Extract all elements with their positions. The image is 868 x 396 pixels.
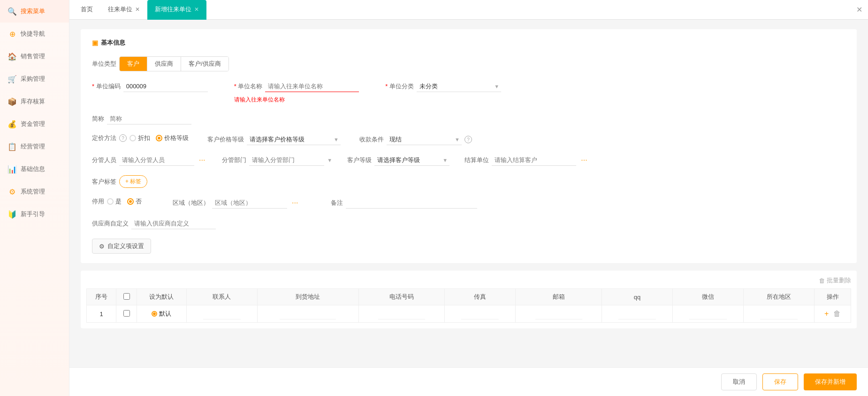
settings-icon: ⚙ [99, 243, 105, 250]
cell-checkbox[interactable] [116, 305, 137, 323]
manager-more-icon[interactable]: ··· [197, 156, 207, 164]
pricing-method-field: 定价方法 ? 折扣 价格等级 [92, 134, 189, 142]
phone-input[interactable] [378, 308, 425, 319]
cancel-button[interactable]: 取消 [721, 373, 757, 390]
unit-code-input[interactable] [123, 81, 208, 92]
payment-help-icon[interactable]: ? [464, 136, 472, 143]
sidebar-item-system[interactable]: ⚙ 系统管理 [0, 180, 69, 203]
col-action: 操作 [815, 289, 851, 305]
sidebar-item-search[interactable]: 🔍 搜索菜单 [0, 0, 69, 23]
tab-home[interactable]: 首页 [73, 0, 100, 20]
cell-seq: 1 [87, 305, 116, 323]
unit-type-field: 单位类型 客户 供应商 客户/供应商 [92, 56, 229, 71]
col-fax: 传真 [445, 289, 516, 305]
short-name-input[interactable] [107, 113, 191, 124]
unit-category-select[interactable]: 未分类 [417, 81, 501, 92]
address-input[interactable] [280, 308, 336, 319]
manager-field: 分管人员 ··· [92, 155, 207, 166]
cell-wechat[interactable] [672, 305, 743, 323]
customer-tag-row: 客户标签 + 标签 [92, 175, 845, 188]
pricing-help-icon[interactable]: ? [119, 134, 127, 142]
guide-icon: 🔰 [8, 210, 17, 219]
region-input[interactable] [212, 197, 287, 209]
col-email: 邮箱 [516, 289, 602, 305]
wechat-input[interactable] [689, 308, 727, 319]
sidebar-item-sales[interactable]: 🏠 销售管理 [0, 45, 69, 68]
settlement-unit-field: 结算单位 ··· [464, 155, 589, 166]
contact-input[interactable] [203, 308, 241, 319]
basic-info-section: ▣ 基本信息 单位类型 客户 供应商 客户/供应商 单位编码 [81, 29, 857, 263]
row-region-input[interactable] [760, 308, 798, 319]
manager-row: 分管人员 ··· 分管部门 ▼ 客户等级 请 [92, 155, 845, 166]
disabled-label: 停用 [92, 197, 104, 206]
disabled-yes[interactable]: 是 [107, 197, 122, 206]
region-more-icon[interactable]: ··· [290, 199, 300, 207]
customer-level-select[interactable]: 请选择客户等级 [374, 155, 449, 166]
cell-region[interactable] [744, 305, 815, 323]
pricing-level-radio[interactable]: 价格等级 [156, 134, 189, 142]
cell-fax[interactable] [445, 305, 516, 323]
row-checkbox[interactable] [123, 310, 130, 317]
customer-price-select[interactable]: 请选择客户价格等级 [247, 134, 341, 145]
discount-radio-circle [129, 135, 136, 141]
customer-price-label: 客户价格等级 [207, 135, 244, 144]
sidebar-item-operations[interactable]: 📋 经营管理 [0, 135, 69, 158]
save-button[interactable]: 保存 [762, 373, 798, 390]
close-all-tabs[interactable]: ✕ [856, 5, 862, 14]
unit-type-label: 单位类型 [92, 60, 116, 68]
sidebar-item-quick-nav[interactable]: ⊕ 快捷导航 [0, 23, 69, 45]
cell-qq[interactable] [602, 305, 672, 323]
fax-input[interactable] [461, 308, 499, 319]
unit-name-input[interactable] [265, 81, 359, 92]
add-row-icon[interactable]: + [824, 310, 829, 318]
pricing-discount-radio[interactable]: 折扣 [129, 134, 150, 142]
qq-input[interactable] [618, 308, 656, 319]
email-input[interactable] [535, 308, 582, 319]
level-radio-circle [156, 135, 162, 141]
cell-address[interactable] [257, 305, 358, 323]
region-label: 区域（地区） [173, 199, 209, 207]
unit-type-group: 客户 供应商 客户/供应商 [119, 56, 229, 71]
disabled-region-remark-row: 停用 是 否 区域（地区） [92, 197, 845, 209]
sidebar-item-inventory[interactable]: 📦 库存核算 [0, 90, 69, 113]
dept-field: 分管部门 ▼ [222, 155, 332, 166]
col-wechat: 微信 [672, 289, 743, 305]
settlement-more-icon[interactable]: ··· [579, 156, 589, 164]
supplier-custom-input[interactable] [131, 218, 216, 229]
batch-delete-button[interactable]: 🗑 批量删除 [819, 276, 851, 285]
col-qq: qq [602, 289, 672, 305]
custom-settings-button[interactable]: ⚙ 自定义项设置 [92, 239, 151, 254]
sidebar-item-finance[interactable]: 💰 资金管理 [0, 113, 69, 135]
remark-input[interactable] [346, 197, 477, 209]
col-region: 所在地区 [744, 289, 815, 305]
tab-partner[interactable]: 往来单位 ✕ [100, 0, 147, 20]
disabled-no[interactable]: 否 [127, 197, 142, 206]
delete-row-icon[interactable]: 🗑 [833, 310, 841, 318]
default-radio[interactable] [152, 311, 157, 317]
type-btn-supplier[interactable]: 供应商 [147, 57, 181, 71]
system-icon: ⚙ [8, 187, 17, 196]
sidebar-item-purchase[interactable]: 🛒 采购管理 [0, 68, 69, 90]
type-btn-both[interactable]: 客户/供应商 [181, 57, 228, 71]
unit-name-label: 单位名称 [234, 82, 263, 91]
add-tag-button[interactable]: + 标签 [119, 175, 147, 188]
sidebar-item-guide[interactable]: 🔰 新手引导 [0, 203, 69, 225]
cell-phone[interactable] [358, 305, 445, 323]
short-name-label: 简称 [92, 115, 104, 123]
close-partner-tab[interactable]: ✕ [135, 6, 140, 13]
search-icon: 🔍 [8, 7, 17, 16]
save-new-button[interactable]: 保存并新增 [804, 373, 857, 390]
sales-icon: 🏠 [8, 52, 17, 61]
dept-input[interactable] [249, 155, 324, 166]
sidebar-item-basic-info[interactable]: 📊 基础信息 [0, 158, 69, 180]
type-btn-customer[interactable]: 客户 [120, 57, 147, 71]
manager-input[interactable] [119, 155, 194, 166]
close-new-partner-tab[interactable]: ✕ [194, 6, 199, 13]
select-all-checkbox[interactable] [123, 293, 130, 300]
cell-contact[interactable] [186, 305, 257, 323]
tab-new-partner[interactable]: 新增往来单位 ✕ [147, 0, 206, 20]
cell-email[interactable] [516, 305, 602, 323]
payment-terms-select[interactable]: 现结 [387, 134, 462, 145]
settlement-unit-input[interactable] [492, 155, 576, 166]
payment-terms-field: 收款条件 现结 ▼ ? [359, 134, 472, 145]
